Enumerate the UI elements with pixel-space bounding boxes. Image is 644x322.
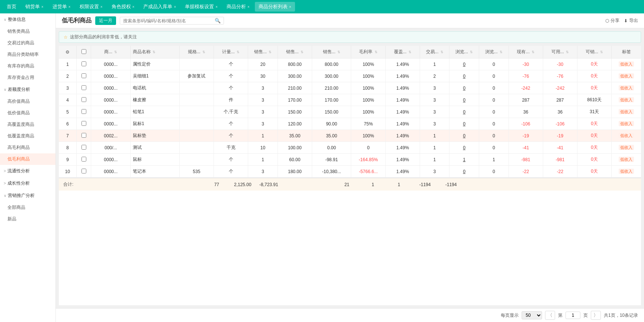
nav-item-商品分析列表[interactable]: 商品分析列表× <box>255 2 295 12</box>
sidebar-group-差额度分析[interactable]: ∨ 差额度分析 <box>0 83 55 96</box>
nav-close-icon[interactable]: × <box>132 5 135 9</box>
cell-name[interactable]: 铅笔1 <box>130 106 179 118</box>
sidebar-item-高毛利商品[interactable]: 高毛利商品 <box>0 142 55 153</box>
cell-name[interactable]: 吴细细1 <box>130 70 179 82</box>
sidebar-item-有库存的商品[interactable]: 有库存的商品 <box>0 60 55 72</box>
cell-view1[interactable]: 0 <box>449 166 479 178</box>
th-sale-amt[interactable]: 销售... ⇅ <box>312 46 351 58</box>
search-input[interactable] <box>123 18 213 23</box>
th-cover-rate[interactable]: 覆盖... ⇅ <box>385 46 420 58</box>
cell-name[interactable]: 鼠标1 <box>130 118 179 130</box>
row-checkbox[interactable] <box>81 133 86 138</box>
th-saleable-days[interactable]: 可销... ⇅ <box>577 46 612 58</box>
nav-item-权限设置[interactable]: 权限设置× <box>76 2 106 12</box>
th-current-stock[interactable]: 现有... ⇅ <box>509 46 543 58</box>
cell-checkbox[interactable] <box>76 94 91 106</box>
sidebar-group-营销推广分析[interactable]: ∨ 营销推广分析 <box>0 189 55 202</box>
th-sale-price[interactable]: 销售... ⇅ <box>278 46 312 58</box>
select-all-checkbox[interactable] <box>81 49 86 54</box>
cell-name[interactable]: 电话机 <box>130 82 179 94</box>
sidebar-item-商品分类助销率[interactable]: 商品分类助销率 <box>0 49 55 60</box>
nav-close-icon[interactable]: × <box>215 5 218 9</box>
row-checkbox[interactable] <box>81 169 86 173</box>
cell-name[interactable]: 笔记本 <box>130 166 179 178</box>
cell-checkbox[interactable] <box>76 142 91 154</box>
th-spec[interactable]: 规格... ⇅ <box>179 46 214 58</box>
cell-name[interactable]: 属性定价 <box>130 58 179 70</box>
th-settings[interactable]: ⚙ <box>59 46 76 58</box>
cell-checkbox[interactable] <box>76 166 91 178</box>
page-number-input[interactable] <box>565 312 580 319</box>
th-view2[interactable]: 浏览... ⇅ <box>479 46 509 58</box>
sidebar-group-成长性分析[interactable]: > 成长性分析 <box>0 177 55 189</box>
th-checkbox[interactable] <box>76 46 91 58</box>
cell-view1[interactable]: 0 <box>449 94 479 106</box>
th-unit[interactable]: 计量... ⇅ <box>214 46 248 58</box>
th-sale-qty[interactable]: 销售... ⇅ <box>248 46 278 58</box>
sidebar-group-流通性分析[interactable]: > 流通性分析 <box>0 165 55 177</box>
th-available[interactable]: 可用... ⇅ <box>543 46 577 58</box>
cell-name[interactable]: 鼠标 <box>130 154 179 166</box>
cell-name[interactable]: 鼠标垫 <box>130 130 179 142</box>
th-name[interactable]: 商品名称 ⇅ <box>130 46 179 58</box>
th-trade-count[interactable]: 交易... ⇅ <box>420 46 449 58</box>
cell-checkbox[interactable] <box>76 118 91 130</box>
nav-item-销货单[interactable]: 销货单× <box>22 2 47 12</box>
nav-close-icon[interactable]: × <box>289 5 291 9</box>
cell-view1[interactable]: 1 <box>449 154 479 166</box>
sidebar-item-交易过的商品[interactable]: 交易过的商品 <box>0 37 55 49</box>
nav-item-产成品入库单[interactable]: 产成品入库单× <box>140 2 180 12</box>
cell-view1[interactable]: 0 <box>449 106 479 118</box>
row-checkbox[interactable] <box>81 157 86 162</box>
cell-name[interactable]: 测试 <box>130 142 179 154</box>
nav-close-icon[interactable]: × <box>100 5 103 9</box>
sidebar-item-销售类商品[interactable]: 销售类商品 <box>0 26 55 37</box>
nav-item-进货单[interactable]: 进货单× <box>49 2 74 12</box>
th-gross-rate[interactable]: 毛利率 ⇅ <box>351 46 385 58</box>
cell-checkbox[interactable] <box>76 82 91 94</box>
nav-item-首页[interactable]: 首页 <box>3 2 20 12</box>
cell-view1[interactable]: 0 <box>449 130 479 142</box>
sidebar-item-新品[interactable]: 新品 <box>0 213 55 225</box>
nav-close-icon[interactable]: × <box>41 5 44 9</box>
sidebar-item-全部商品[interactable]: 全部商品 <box>0 202 55 213</box>
page-size-select[interactable]: 50 100 200 <box>522 311 542 319</box>
row-checkbox[interactable] <box>81 145 86 150</box>
row-checkbox[interactable] <box>81 97 86 102</box>
cell-checkbox[interactable] <box>76 154 91 166</box>
date-filter-button[interactable]: 近一月 <box>95 16 116 25</box>
nav-close-icon[interactable]: × <box>68 5 71 9</box>
cell-checkbox[interactable] <box>76 130 91 142</box>
sidebar-item-低覆盖度商品[interactable]: 低覆盖度商品 <box>0 130 55 142</box>
sidebar-item-低价值商品[interactable]: 低价值商品 <box>0 107 55 119</box>
nav-close-icon[interactable]: × <box>247 5 250 9</box>
nav-item-角色授权[interactable]: 角色授权× <box>108 2 138 12</box>
search-icon[interactable]: 🔍 <box>215 18 221 23</box>
cell-checkbox[interactable] <box>76 58 91 70</box>
sidebar-group-整体信息[interactable]: ∨ 整体信息 <box>0 13 55 26</box>
cell-name[interactable]: 橡皮擦 <box>130 94 179 106</box>
share-button[interactable]: ⬡ 分享 <box>605 17 619 24</box>
cell-view1[interactable]: 0 <box>449 142 479 154</box>
next-page-button[interactable]: 〉 <box>591 311 601 320</box>
sidebar-item-低毛利商品[interactable]: 低毛利商品 <box>0 153 55 165</box>
prev-page-button[interactable]: 〈 <box>545 311 555 320</box>
sidebar-item-高覆盖度商品[interactable]: 高覆盖度商品 <box>0 119 55 130</box>
th-view1[interactable]: 浏览... ⇅ <box>449 46 479 58</box>
row-checkbox[interactable] <box>81 85 86 90</box>
cell-view1[interactable]: 0 <box>449 118 479 130</box>
cell-checkbox[interactable] <box>76 106 91 118</box>
cell-view1[interactable]: 0 <box>449 82 479 94</box>
row-checkbox[interactable] <box>81 61 86 66</box>
data-table-container[interactable]: ⚙ 商... ⇅ 商品名称 ⇅ 规格... ⇅ 计量... ⇅ 销售... ⇅ … <box>59 46 641 305</box>
nav-close-icon[interactable]: × <box>174 5 176 9</box>
cell-checkbox[interactable] <box>76 70 91 82</box>
cell-view1[interactable]: 0 <box>449 70 479 82</box>
th-code[interactable]: 商... ⇅ <box>91 46 130 58</box>
export-button[interactable]: ⬇ 导出 <box>624 17 638 24</box>
nav-item-商品分析[interactable]: 商品分析× <box>223 2 253 12</box>
row-checkbox[interactable] <box>81 73 86 78</box>
sidebar-item-库存资金占用[interactable]: 库存资金占用 <box>0 72 55 83</box>
sidebar-item-高价值商品[interactable]: 高价值商品 <box>0 96 55 107</box>
cell-view1[interactable]: 0 <box>449 58 479 70</box>
